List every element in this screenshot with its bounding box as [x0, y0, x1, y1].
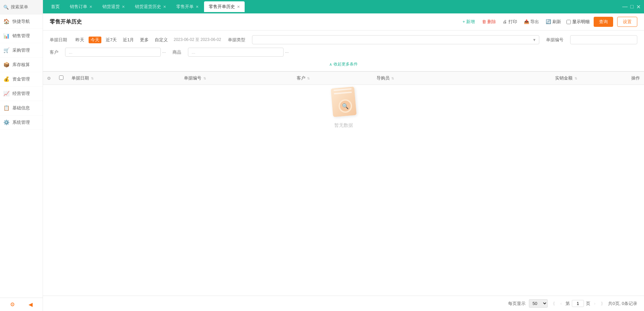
sidebar-item-purchase-mgmt[interactable]: 🛒 采购管理 [0, 43, 43, 58]
sidebar-item-label: 资金管理 [12, 76, 30, 82]
th-actual-amount[interactable]: 实销金额 ⇅ [469, 72, 581, 85]
doc-no-input[interactable] [570, 35, 637, 44]
goods-input[interactable] [188, 48, 284, 57]
money-icon: 💰 [3, 76, 10, 82]
tab-retail-open-history-close[interactable]: ✕ [237, 5, 240, 9]
tab-sales-return-history-close[interactable]: ✕ [163, 5, 166, 9]
show-detail-checkbox[interactable] [566, 20, 571, 24]
sort-icon-actual-amount: ⇅ [575, 76, 577, 80]
tab-retail-open-close[interactable]: ✕ [196, 5, 199, 9]
tab-sales-order-close[interactable]: ✕ [89, 5, 92, 9]
tab-home[interactable]: 首页 [46, 1, 64, 12]
minimize-button[interactable]: — [622, 4, 628, 10]
th-salesperson[interactable]: 导购员 ⇅ [373, 72, 469, 85]
show-detail-label: 显示明细 [572, 19, 590, 25]
per-page-select[interactable]: 50 100 200 [529, 299, 548, 308]
th-doc-date[interactable]: 单据日期 ⇅ [67, 72, 180, 85]
next-page-button[interactable]: › [592, 300, 597, 307]
goods-ellipsis-button[interactable]: ··· [285, 50, 289, 55]
sidebar-item-basic-info[interactable]: 📋 基础信息 [0, 101, 43, 115]
prev-page-button[interactable]: ‹ [559, 300, 563, 307]
collapse-more-conditions[interactable]: ∧ 收起更多条件 [50, 60, 637, 68]
tab-sales-return[interactable]: 销货退货 ✕ [98, 1, 130, 12]
empty-text: 暂无数据 [334, 122, 353, 128]
page-number-input[interactable] [572, 300, 584, 307]
query-button[interactable]: 查询 [594, 17, 613, 27]
chevron-down-icon: ▾ [533, 37, 536, 42]
tabs-bar: 首页 销售订单 ✕ 销货退货 ✕ 销货退货历史 ✕ 零售开单 ✕ 零售开单历史 … [43, 0, 644, 13]
customer-input[interactable] [65, 48, 161, 57]
table-footer: 每页显示 50 100 200 ⟪ ‹ 第 页 › ⟫ 共0页, 0条记录 [43, 296, 644, 311]
sidebar-item-sys-mgmt[interactable]: ⚙️ 系统管理 [0, 115, 43, 130]
th-doc-no-label: 单据编号 [184, 75, 201, 81]
doc-type-select[interactable]: ▾ [252, 35, 539, 44]
date-opt-custom[interactable]: 自定义 [153, 37, 169, 43]
th-checkbox[interactable] [55, 72, 67, 85]
tab-retail-open-label: 零售开单 [176, 4, 194, 10]
date-opt-yesterday[interactable]: 昨天 [74, 37, 86, 43]
sidebar-item-operations[interactable]: 📈 经营管理 [0, 87, 43, 101]
table-header-row: ⚙ 单据日期 ⇅ 单据编号 ⇅ [43, 72, 644, 85]
sidebar-item-sales-mgmt[interactable]: 📊 销售管理 [0, 29, 43, 43]
sidebar-item-inventory[interactable]: 📦 库存核算 [0, 58, 43, 72]
column-settings-icon[interactable]: ⚙ [47, 76, 51, 81]
th-operation-label: 操作 [631, 75, 640, 81]
delete-button[interactable]: 🗑 删除 [481, 18, 498, 25]
th-salesperson-label: 导购员 [377, 75, 390, 81]
sidebar-item-label: 基础信息 [12, 105, 30, 111]
date-opt-last-month[interactable]: 近1月 [121, 37, 136, 43]
page-title: 零售开单历史 [50, 18, 82, 25]
gear-icon: ⚙️ [3, 119, 10, 125]
export-button[interactable]: 📤 导出 [523, 18, 541, 25]
settings-bottom-icon[interactable]: ⚙ [10, 301, 15, 308]
sidebar-search[interactable]: 🔍 搜索菜单 [0, 0, 43, 14]
page-label: 第 [565, 301, 570, 307]
sidebar-item-quick-nav[interactable]: 🏠 快捷导航 [0, 14, 43, 29]
page-suffix: 页 [586, 301, 590, 307]
tab-sales-return-history[interactable]: 销货退货历史 ✕ [130, 1, 171, 12]
tab-sales-return-close[interactable]: ✕ [122, 5, 125, 9]
maximize-button[interactable]: □ [630, 4, 634, 10]
print-button[interactable]: 🖨 打印 [501, 18, 518, 25]
home-icon: 🏠 [3, 18, 10, 24]
tab-sales-order[interactable]: 销售订单 ✕ [65, 1, 97, 12]
first-page-button[interactable]: ⟪ [551, 300, 557, 307]
info-icon: 📋 [3, 105, 10, 111]
date-options: 昨天 今天 近7天 近1月 更多 自定义 2023-06-02 至 2023-0… [74, 37, 221, 43]
date-opt-today[interactable]: 今天 [89, 37, 101, 43]
th-settings[interactable]: ⚙ [43, 72, 55, 85]
customer-ellipsis-button[interactable]: ··· [162, 50, 166, 55]
th-customer[interactable]: 客户 ⇅ [293, 72, 373, 85]
sidebar-search-label: 搜索菜单 [11, 4, 28, 10]
date-filter-label: 单据日期 [50, 37, 67, 43]
show-detail-checkbox-wrap[interactable]: 显示明细 [566, 19, 590, 25]
tab-retail-open[interactable]: 零售开单 ✕ [171, 1, 203, 12]
page-header: 零售开单历史 + 新增 🗑 删除 🖨 打印 📤 导出 🔄 刷新 显示明细 查询 … [43, 13, 644, 31]
search-icon: 🔍 [3, 5, 9, 10]
empty-state: 暂无数据 [43, 85, 644, 128]
last-page-button[interactable]: ⟫ [599, 300, 605, 307]
toolbar: + 新增 🗑 删除 🖨 打印 📤 导出 🔄 刷新 显示明细 查询 设置 [461, 17, 637, 27]
per-page-label: 每页显示 [508, 301, 526, 307]
page-summary: 共0页, 0条记录 [608, 301, 637, 307]
sidebar-bottom: ⚙ ◀ [0, 298, 43, 311]
collapse-label: 收起更多条件 [334, 61, 358, 67]
empty-illustration [324, 85, 364, 118]
table-wrap: ⚙ 单据日期 ⇅ 单据编号 ⇅ [43, 71, 644, 296]
date-opt-more[interactable]: 更多 [138, 37, 150, 43]
add-button[interactable]: + 新增 [461, 18, 476, 25]
empty-search-overlay [339, 99, 352, 113]
th-doc-no[interactable]: 单据编号 ⇅ [180, 72, 292, 85]
doc-type-wrap: ▾ [252, 35, 539, 44]
tab-retail-open-history[interactable]: 零售开单历史 ✕ [204, 1, 245, 12]
set-button[interactable]: 设置 [617, 17, 637, 27]
th-operation: 操作 [581, 72, 644, 85]
th-doc-date-label: 单据日期 [71, 75, 89, 81]
collapse-sidebar-icon[interactable]: ◀ [29, 301, 33, 308]
sidebar-item-finance[interactable]: 💰 资金管理 [0, 72, 43, 87]
main-body: ⚙ 单据日期 ⇅ 单据编号 ⇅ [43, 71, 644, 311]
refresh-button[interactable]: 🔄 刷新 [544, 18, 562, 25]
close-button[interactable]: ✕ [636, 4, 641, 10]
select-all-checkbox[interactable] [59, 75, 63, 80]
date-opt-last7[interactable]: 近7天 [104, 37, 118, 43]
